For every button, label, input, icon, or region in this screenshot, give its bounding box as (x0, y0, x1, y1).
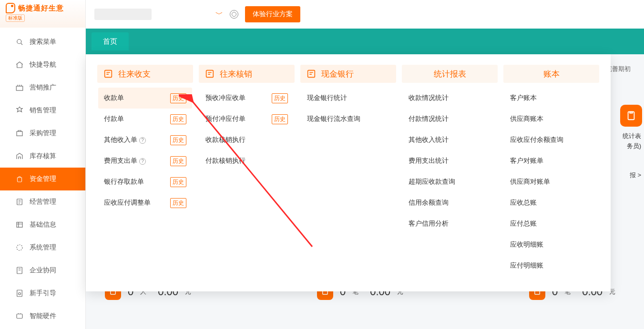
mega-col-head: 往来收支 (97, 65, 193, 83)
sidebar-item-10[interactable]: 企业协同 (0, 259, 85, 282)
cta-button[interactable]: 体验行业方案 (245, 6, 300, 22)
mega-item[interactable]: 客户对账单 (504, 150, 598, 171)
sidebar-item-3[interactable]: 销售管理 (0, 99, 85, 122)
mega-col-3: 统计报表收款情况统计付款情况统计其他收入统计费用支出统计超期应收款查询信用余额查… (402, 65, 498, 281)
mega-item-label: 付款单 (104, 115, 124, 123)
mega-item[interactable]: 预付冲应付单历史 (200, 109, 294, 130)
mega-item[interactable]: 应付总账 (504, 213, 598, 234)
side-text: 统计表 务员) 报 > (623, 131, 641, 180)
mega-col-items: 收款单历史付款单历史其他收入单?历史费用支出单?历史银行存取款单历史应收应付调整… (97, 83, 193, 218)
mega-item[interactable]: 银行存取款单历史 (98, 171, 192, 192)
col-title: 往来核销 (220, 69, 252, 80)
report-link[interactable]: 报 > (623, 170, 641, 180)
topbar: ﹀ 体验行业方案 (86, 0, 644, 29)
sidebar-item-1[interactable]: 快捷导航 (0, 53, 85, 76)
tab-home[interactable]: 首页 (92, 32, 129, 50)
mega-item-label: 银行存取款单 (104, 178, 144, 186)
mega-item[interactable]: 付款核销执行 (200, 150, 294, 171)
svg-rect-7 (17, 290, 22, 297)
help-icon[interactable]: ? (139, 137, 146, 144)
mega-item[interactable]: 客户账本 (504, 88, 598, 109)
mega-item[interactable]: 其他收入单?历史 (98, 130, 192, 150)
nav-icon (15, 266, 24, 275)
mega-item[interactable]: 费用支出统计 (403, 150, 497, 171)
nav-icon (15, 129, 24, 138)
nav-label: 采购管理 (30, 129, 56, 138)
mega-item-label: 付款情况统计 (409, 115, 449, 123)
sidebar-item-12[interactable]: 智能硬件 (0, 305, 85, 328)
org-name-obscured (94, 9, 152, 20)
mega-item[interactable]: 供应商账本 (504, 109, 598, 130)
sidebar-item-0[interactable]: 搜索菜单 (0, 30, 85, 53)
gear-icon[interactable] (230, 10, 238, 19)
mega-item[interactable]: 供应商对账单 (504, 171, 598, 192)
mega-item[interactable]: 预收冲应收单历史 (200, 88, 294, 109)
mega-item[interactable]: 付款情况统计 (403, 109, 497, 130)
svg-rect-9 (17, 314, 22, 319)
history-tag[interactable]: 历史 (170, 198, 186, 208)
sidebar-item-6[interactable]: 资金管理 (0, 168, 85, 190)
mega-item[interactable]: 收款核销执行 (200, 130, 294, 150)
history-tag[interactable]: 历史 (170, 177, 186, 187)
mega-item-label: 费用支出单? (104, 157, 146, 165)
mega-item-label: 预收冲应收单 (205, 94, 245, 102)
mega-item[interactable]: 应收应付调整单历史 (98, 192, 192, 213)
mega-item-label: 供应商账本 (510, 115, 543, 123)
sidebar-item-5[interactable]: 库存核算 (0, 145, 85, 168)
mega-item[interactable]: 付款单历史 (98, 109, 192, 130)
mega-item[interactable]: 现金银行流水查询 (301, 109, 395, 130)
mega-item[interactable]: 应收明细账 (504, 234, 598, 255)
nav-label: 营销推广 (30, 83, 56, 92)
mega-item[interactable]: 费用支出单?历史 (98, 150, 192, 171)
nav-list: 搜索菜单快捷导航营销推广销售管理采购管理库存核算资金管理经营管理基础信息系统管理… (0, 28, 85, 328)
mega-item[interactable]: 应收总账 (504, 192, 598, 213)
svg-point-5 (17, 245, 22, 250)
mega-item[interactable]: 收款单历史 (98, 88, 192, 109)
floating-action[interactable] (620, 105, 642, 127)
nav-icon (15, 38, 24, 46)
sidebar-item-11[interactable]: 新手引导 (0, 282, 85, 305)
col-title: 现金银行 (321, 69, 354, 80)
mega-item-label: 付款核销执行 (205, 157, 245, 165)
mega-item[interactable]: 收款情况统计 (403, 88, 497, 109)
sidebar-item-4[interactable]: 采购管理 (0, 122, 85, 145)
nav-icon (15, 289, 24, 298)
mega-col-4: 账本客户账本供应商账本应收应付余额查询客户对账单供应商对账单应收总账应付总账应收… (503, 65, 599, 281)
history-tag[interactable]: 历史 (170, 135, 186, 145)
help-icon[interactable]: ? (139, 158, 146, 165)
mega-item-label: 应收明细账 (510, 240, 543, 249)
chevron-down-icon[interactable]: ﹀ (215, 10, 223, 20)
history-tag[interactable]: 历史 (170, 93, 186, 103)
mega-item-label: 收款核销执行 (205, 136, 245, 144)
mega-item[interactable]: 超期应收款查询 (403, 171, 497, 192)
mega-item[interactable]: 应收应付余额查询 (504, 130, 598, 150)
tab-label: 首页 (103, 37, 117, 46)
sidebar-item-8[interactable]: 基础信息 (0, 213, 85, 236)
sidebar-item-7[interactable]: 经营管理 (0, 190, 85, 213)
sidebar-item-9[interactable]: 系统管理 (0, 236, 85, 259)
mega-item-label: 应收应付调整单 (104, 199, 151, 207)
mega-item-label: 应付总账 (510, 219, 537, 228)
svg-rect-1 (16, 86, 23, 90)
nav-label: 快捷导航 (30, 60, 56, 69)
sidebar-item-2[interactable]: 营销推广 (0, 76, 85, 99)
history-tag[interactable]: 历史 (272, 114, 288, 124)
svg-point-8 (19, 293, 21, 295)
mega-col-0: 往来收支收款单历史付款单历史其他收入单?历史费用支出单?历史银行存取款单历史应收… (97, 65, 193, 281)
history-tag[interactable]: 历史 (170, 156, 186, 166)
mega-item[interactable]: 其他收入统计 (403, 130, 497, 150)
col-title: 往来收支 (118, 69, 151, 80)
history-tag[interactable]: 历史 (170, 114, 186, 124)
nav-icon (15, 220, 24, 229)
history-tag[interactable]: 历史 (272, 93, 288, 103)
mega-col-items: 预收冲应收单历史预付冲应付单历史收款核销执行付款核销执行 (199, 83, 295, 176)
nav-icon (15, 198, 24, 206)
svg-point-0 (17, 40, 21, 44)
mega-col-items: 现金银行统计现金银行流水查询 (300, 83, 396, 134)
col-title: 统计报表 (434, 69, 466, 80)
mega-item[interactable]: 应付明细账 (504, 255, 598, 276)
mega-item[interactable]: 信用余额查询 (403, 192, 497, 213)
mega-item[interactable]: 客户信用分析 (403, 213, 497, 234)
mega-item[interactable]: 现金银行统计 (301, 88, 395, 109)
mega-item-label: 现金银行流水查询 (307, 115, 360, 123)
